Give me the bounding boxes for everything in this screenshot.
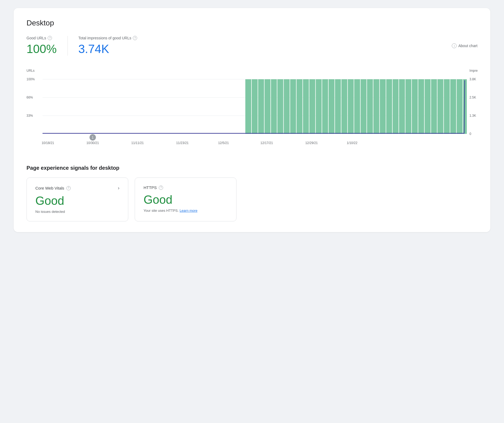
svg-text:1/10/22: 1/10/22 bbox=[347, 141, 358, 145]
core-web-vitals-desc: No issues detected bbox=[35, 210, 119, 214]
svg-rect-15 bbox=[258, 79, 264, 134]
good-urls-help-icon[interactable]: ? bbox=[48, 36, 52, 40]
svg-rect-32 bbox=[367, 79, 373, 134]
svg-text:3.8K: 3.8K bbox=[469, 77, 476, 81]
svg-rect-27 bbox=[335, 79, 341, 134]
main-card: Desktop Good URLs ? 100% Total impressio… bbox=[14, 8, 490, 232]
svg-text:URLs: URLs bbox=[27, 69, 35, 73]
svg-rect-30 bbox=[354, 79, 360, 134]
signals-section: Page experience signals for desktop Core… bbox=[27, 165, 477, 221]
svg-rect-22 bbox=[303, 79, 309, 134]
https-value: Good bbox=[144, 193, 228, 206]
svg-text:10/30/21: 10/30/21 bbox=[86, 141, 99, 145]
svg-rect-14 bbox=[252, 79, 258, 134]
metrics-row: Good URLs ? 100% Total impressions of go… bbox=[27, 36, 477, 56]
svg-rect-26 bbox=[329, 79, 334, 134]
total-impressions-help-icon[interactable]: ? bbox=[133, 36, 137, 40]
good-urls-block: Good URLs ? 100% bbox=[27, 36, 67, 56]
svg-text:0: 0 bbox=[469, 132, 471, 136]
page-title: Desktop bbox=[27, 19, 477, 27]
core-web-vitals-help-icon[interactable]: ? bbox=[66, 186, 71, 190]
svg-text:33%: 33% bbox=[27, 114, 33, 118]
svg-rect-17 bbox=[271, 79, 277, 134]
svg-rect-23 bbox=[309, 79, 315, 134]
svg-rect-35 bbox=[386, 79, 392, 134]
about-chart-info-icon: i bbox=[452, 43, 457, 48]
svg-text:2.5K: 2.5K bbox=[469, 96, 476, 99]
total-impressions-label: Total impressions of good URLs ? bbox=[78, 36, 137, 40]
svg-rect-24 bbox=[316, 79, 322, 134]
svg-text:11/11/21: 11/11/21 bbox=[131, 141, 144, 145]
svg-text:66%: 66% bbox=[27, 96, 33, 99]
core-web-vitals-header: Core Web Vitals ? › bbox=[35, 185, 119, 191]
svg-text:Impressions: Impressions bbox=[469, 69, 477, 73]
svg-rect-16 bbox=[265, 79, 270, 134]
svg-rect-19 bbox=[284, 79, 290, 134]
https-help-icon[interactable]: ? bbox=[159, 186, 163, 190]
svg-rect-29 bbox=[348, 79, 354, 134]
https-card: HTTPS ? Good Your site uses HTTPS. Learn… bbox=[135, 177, 236, 221]
svg-text:1.3K: 1.3K bbox=[469, 114, 476, 118]
svg-text:12/29/21: 12/29/21 bbox=[305, 141, 318, 145]
about-chart-button[interactable]: i About chart bbox=[452, 43, 477, 48]
svg-rect-21 bbox=[296, 79, 302, 134]
svg-text:1: 1 bbox=[92, 136, 94, 139]
svg-text:10/18/21: 10/18/21 bbox=[42, 141, 54, 145]
svg-text:12/17/21: 12/17/21 bbox=[261, 141, 273, 145]
svg-rect-46 bbox=[457, 79, 462, 134]
https-title: HTTPS bbox=[144, 185, 157, 190]
svg-rect-37 bbox=[399, 79, 405, 134]
svg-rect-44 bbox=[444, 79, 450, 134]
core-web-vitals-arrow-icon[interactable]: › bbox=[118, 185, 119, 191]
good-urls-label: Good URLs ? bbox=[27, 36, 57, 40]
svg-rect-31 bbox=[361, 79, 367, 134]
signals-section-title: Page experience signals for desktop bbox=[27, 165, 477, 171]
chart-bars bbox=[245, 79, 467, 134]
svg-rect-25 bbox=[322, 79, 328, 134]
core-web-vitals-title: Core Web Vitals bbox=[35, 186, 64, 190]
svg-text:12/5/21: 12/5/21 bbox=[218, 141, 229, 145]
svg-rect-42 bbox=[431, 79, 437, 134]
good-urls-value: 100% bbox=[27, 42, 57, 56]
svg-rect-33 bbox=[373, 79, 379, 134]
svg-text:100%: 100% bbox=[27, 77, 35, 81]
svg-rect-43 bbox=[438, 79, 443, 134]
total-impressions-block: Total impressions of good URLs ? 3.74K bbox=[67, 36, 148, 56]
svg-rect-47 bbox=[463, 79, 467, 134]
total-impressions-value: 3.74K bbox=[78, 42, 137, 56]
https-header: HTTPS ? bbox=[144, 185, 228, 190]
svg-rect-28 bbox=[341, 79, 347, 134]
chart-container: URLs 100% 66% 33% Impressions 3.8K 2.5K … bbox=[27, 66, 477, 152]
signals-cards-row: Core Web Vitals ? › Good No issues detec… bbox=[27, 177, 477, 221]
core-web-vitals-card: Core Web Vitals ? › Good No issues detec… bbox=[27, 177, 128, 221]
https-learn-more-link[interactable]: Learn more bbox=[180, 209, 197, 213]
svg-rect-39 bbox=[412, 79, 418, 134]
svg-text:11/23/21: 11/23/21 bbox=[176, 141, 189, 145]
svg-rect-13 bbox=[245, 79, 251, 134]
svg-rect-18 bbox=[277, 79, 283, 134]
svg-rect-41 bbox=[425, 79, 431, 134]
https-desc: Your site uses HTTPS. Learn more bbox=[144, 209, 228, 213]
core-web-vitals-value: Good bbox=[35, 194, 119, 207]
svg-rect-38 bbox=[405, 79, 411, 134]
svg-rect-20 bbox=[290, 79, 296, 134]
svg-rect-40 bbox=[418, 79, 424, 134]
svg-rect-34 bbox=[380, 79, 386, 134]
chart-svg: URLs 100% 66% 33% Impressions 3.8K 2.5K … bbox=[27, 66, 477, 152]
svg-rect-36 bbox=[393, 79, 398, 134]
svg-rect-45 bbox=[450, 79, 456, 134]
